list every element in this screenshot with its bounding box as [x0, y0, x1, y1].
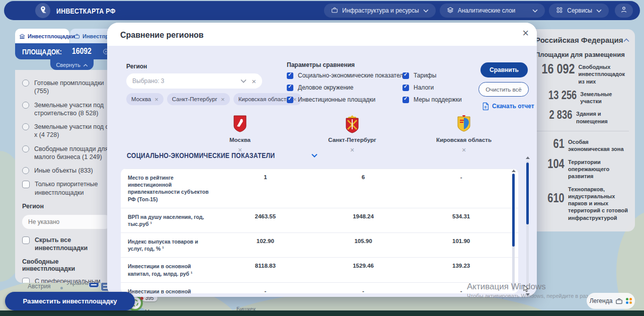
menu-services[interactable]: Сервисы [549, 4, 609, 18]
site-type-label: Свободные площади для малого бизнеса (1 … [34, 145, 112, 162]
scroll-up-arrow[interactable] [526, 156, 530, 159]
param-checkbox-row[interactable]: Тарифы [403, 72, 462, 79]
free-sites-checkbox-list: С преференциальным режимом (2 382) С инф… [22, 277, 112, 283]
priority-only-label: Только приоритетные инвестплощадки [35, 180, 112, 197]
collapse-panel-button[interactable]: Свернуть [50, 59, 94, 70]
table-row: Инвестиции в основной капитал, год, млрд… [121, 257, 518, 282]
table-row: Место в рейтинге инвестиционной привлека… [121, 169, 518, 208]
site-type-option[interactable]: Готовые промплощадки (755) [22, 79, 112, 96]
stat-free-sites: 16 092 Свободных инвестплощадок из них [533, 62, 630, 85]
user-profile-button[interactable] [615, 4, 633, 18]
site-type-option[interactable]: Свободные площади для малого бизнеса (1 … [22, 145, 112, 162]
radio-icon[interactable] [22, 167, 29, 174]
region-chip[interactable]: Москва [126, 93, 164, 105]
table-row: Индекс выпуска товаров и услуг, год, % ¹… [121, 232, 518, 257]
download-report-link[interactable]: Скачать отчет [482, 102, 534, 110]
stat-sez: 61 Особая экономическая зона [533, 137, 630, 153]
table-row: Инвестиции в основной капитал на душу на… [121, 282, 518, 293]
clear-select-icon[interactable]: × [252, 77, 256, 86]
panel-subtitle: Площадки для размещения [535, 51, 628, 58]
checkbox-checked-icon[interactable] [403, 97, 409, 103]
radio-icon[interactable] [22, 80, 29, 87]
value-kirov: 534.31 [412, 213, 510, 227]
region-multiselect[interactable]: Выбрано: 3 × [126, 73, 262, 89]
briefcase-icon [615, 297, 623, 305]
hide-all-label: Скрыть все инвестплощадки [35, 236, 112, 253]
checkbox-checked-icon[interactable] [287, 72, 293, 79]
region-chip[interactable]: Санкт-Петербург [167, 93, 230, 105]
remove-region-icon[interactable]: × [312, 146, 392, 154]
menu-infrastructure[interactable]: Инфраструктура и ресурсы [324, 4, 436, 18]
radio-icon[interactable] [22, 123, 29, 130]
sites-counter-bar: ПЛОЩАДОК: 16092 Очистить [15, 43, 117, 59]
map-bottom-strip [0, 310, 644, 316]
checkbox-checked-icon[interactable] [403, 85, 409, 91]
chip-remove-icon[interactable] [221, 96, 225, 103]
site-type-label: Готовые промплощадки (755) [34, 79, 112, 96]
clear-all-button[interactable]: Очистить всё [478, 82, 529, 97]
checkbox-checked-icon[interactable] [287, 97, 293, 103]
param-checkbox-row[interactable]: Инвестиционные площадки [287, 96, 407, 103]
checkbox-icon[interactable] [22, 181, 30, 188]
brand-logo[interactable] [35, 3, 50, 18]
table-row: ВРП на душу населения, год, тыс.руб ¹ 24… [121, 208, 518, 232]
stat-buildings: 2 836 Здания и помещения [541, 109, 630, 125]
region-filter-input[interactable] [22, 215, 112, 229]
compare-region-moscow: Москва × [200, 115, 280, 154]
stat-label: Свободных инвестплощадок [579, 64, 625, 77]
site-type-label: Земельные участки под строительство (8 5… [34, 101, 112, 118]
free-site-checkbox-row[interactable]: С преференциальным режимом (2 382) [22, 277, 112, 283]
remove-region-icon[interactable]: × [424, 146, 504, 154]
scroll-up-arrow[interactable] [512, 170, 516, 172]
modal-scrollbar[interactable] [526, 161, 529, 292]
param-checkbox-row[interactable]: Налоги [403, 84, 462, 91]
checkbox-icon[interactable] [22, 278, 30, 283]
chevron-up-icon [83, 62, 88, 68]
chevron-up-icon[interactable] [623, 35, 629, 44]
site-type-option[interactable]: Земельные участки под с/х (4 728) [22, 123, 112, 139]
indicator-label: ВРП на душу населения, год, тыс.руб ¹ [128, 213, 216, 227]
param-checkbox-row[interactable]: Социально-экономические показатели [287, 72, 407, 79]
value-spb: 1529.46 [314, 263, 413, 277]
param-checkbox-row[interactable]: Деловое окружение [287, 84, 407, 91]
free-site-label: С преференциальным режимом (2 382) [35, 277, 112, 283]
compare-button[interactable]: Сравнить [480, 62, 528, 77]
params-title: Параметры сравнения [287, 61, 355, 68]
site-type-option[interactable]: Иные объекты (833) [22, 167, 112, 175]
tab-invest-sites[interactable]: Инвестплощадки [15, 29, 69, 43]
legend-button[interactable]: Легенда [587, 293, 635, 309]
indicator-label: Инвестиции в основной капитал, год, млрд… [128, 263, 216, 277]
priority-only-checkbox-row[interactable]: Только приоритетные инвестплощадки [22, 180, 112, 197]
chip-remove-icon[interactable] [154, 96, 158, 103]
selected-region-chips: Москва Санкт-Петербург Кировская область [126, 93, 302, 105]
stat-sublabel: из них [579, 78, 596, 85]
value-spb: - [314, 288, 413, 293]
table-scrollbar[interactable] [512, 174, 515, 291]
compare-region-kirov: Кировская область × [424, 115, 504, 154]
stat-land-plots: 13 256 Земельные участки [541, 90, 630, 105]
value-moscow: 102.90 [216, 238, 314, 252]
indicator-label: Индекс выпуска товаров и услуг, год, % ¹ [128, 238, 216, 252]
checkbox-icon[interactable] [22, 236, 30, 244]
chevron-down-icon [532, 7, 538, 14]
site-type-option[interactable]: Земельные участки под строительство (8 5… [22, 101, 112, 118]
close-icon[interactable]: × [522, 27, 529, 40]
radio-icon[interactable] [22, 145, 29, 152]
param-checkbox-row[interactable]: Меры поддержки [403, 96, 462, 103]
value-kirov: - [412, 288, 510, 293]
place-investsite-button[interactable]: Разместить инвестплощадку [5, 292, 135, 310]
spb-emblem [312, 115, 392, 133]
region-name: Кировская область [424, 137, 504, 143]
radio-icon[interactable] [22, 102, 29, 109]
hide-all-checkbox-row[interactable]: Скрыть все инвестплощадки [22, 236, 112, 253]
value-moscow: - [216, 288, 314, 293]
comparison-table: Место в рейтинге инвестиционной привлека… [121, 169, 518, 293]
checkbox-checked-icon[interactable] [287, 85, 293, 91]
chevron-down-icon[interactable] [240, 79, 247, 83]
chip-label: Санкт-Петербург [172, 96, 217, 102]
moscow-emblem [200, 115, 280, 133]
checkbox-checked-icon[interactable] [403, 72, 409, 79]
menu-analytic-layers[interactable]: Аналитические слои [440, 4, 545, 18]
panel-title: Российская Федерация [535, 36, 623, 44]
socioeconomic-section-header[interactable]: СОЦИАЛЬНО-ЭКОНОМИЧЕСКИЕ ПОКАЗАТЕЛИ [127, 150, 317, 160]
